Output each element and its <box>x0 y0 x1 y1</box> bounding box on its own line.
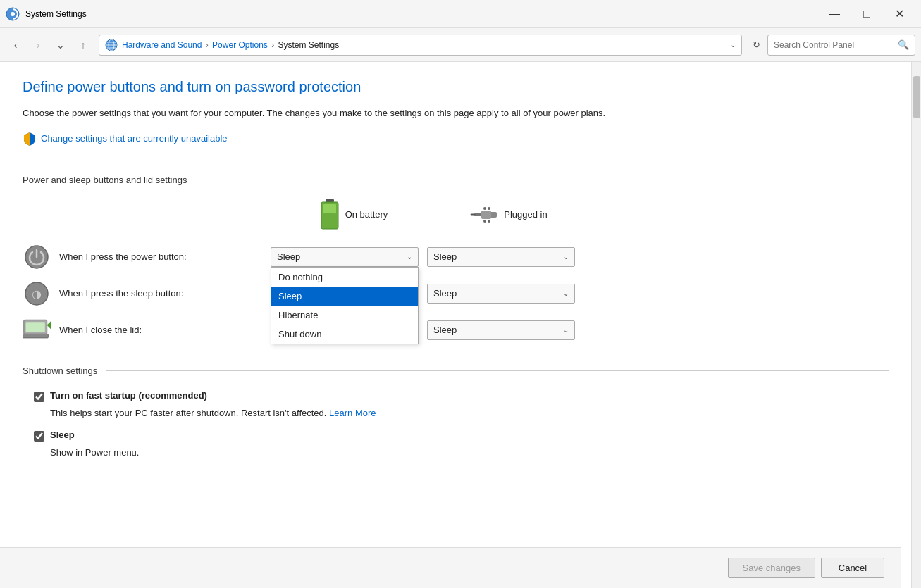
settings-rows: When I press the power button: Sleep ⌄ D… <box>23 239 889 349</box>
refresh-button[interactable]: ↻ <box>748 37 765 54</box>
svg-rect-23 <box>23 334 48 337</box>
lid-label: When I close the lid: <box>59 325 271 335</box>
title-bar: System Settings — □ ✕ <box>0 0 921 28</box>
svg-rect-12 <box>481 211 491 219</box>
fast-startup-checkbox[interactable] <box>34 392 44 402</box>
power-plugged-value: Sleep <box>433 251 563 262</box>
minimize-button[interactable]: — <box>818 3 851 25</box>
navigation-bar: ‹ › ⌄ ↑ Hardware and Sound › Power Optio… <box>0 28 921 62</box>
power-battery-value: Sleep <box>277 251 407 262</box>
address-dropdown-icon[interactable]: ⌄ <box>730 41 736 49</box>
forward-button[interactable]: › <box>28 35 48 55</box>
lid-plugged-arrow: ⌄ <box>563 326 569 334</box>
breadcrumb: Hardware and Sound › Power Options › Sys… <box>122 40 726 50</box>
svg-rect-10 <box>323 213 336 225</box>
shutdown-section-line <box>106 370 889 371</box>
change-settings-anchor[interactable]: Change settings that are currently unava… <box>41 133 228 144</box>
footer: Save changes Cancel <box>0 547 901 588</box>
svg-point-15 <box>488 207 490 210</box>
breadcrumb-sep2: › <box>271 40 276 50</box>
page-description: Choose the power settings that you want … <box>23 106 629 120</box>
save-button[interactable]: Save changes <box>728 558 815 578</box>
shutdown-title: Shutdown settings <box>23 365 97 376</box>
sleep-menu-description: Show in Power menu. <box>50 447 889 458</box>
battery-icon <box>320 199 340 230</box>
sleep-button-label: When I press the sleep button: <box>59 288 271 299</box>
close-button[interactable]: ✕ <box>883 3 915 25</box>
globe-icon <box>105 39 118 51</box>
power-sleep-title: Power and sleep buttons and lid settings <box>23 175 187 185</box>
app-icon <box>6 7 20 21</box>
window-title: System Settings <box>25 9 818 19</box>
shutdown-section-header: Shutdown settings <box>23 365 889 376</box>
shield-icon <box>23 132 37 146</box>
sleep-plugged-dropdown[interactable]: Sleep ⌄ <box>427 284 575 304</box>
option-do-nothing[interactable]: Do nothing <box>271 268 418 287</box>
page-title: Define power buttons and turn on passwor… <box>23 79 889 95</box>
sleep-button-row: ◑ When I press the sleep button: Sleep ⌄… <box>23 275 889 312</box>
sleep-menu-row: Sleep <box>34 430 889 442</box>
scrollbar-thumb[interactable] <box>913 76 920 118</box>
fast-startup-label: Turn on fast startup (recommended) <box>50 390 207 401</box>
fast-startup-row: Turn on fast startup (recommended) <box>34 390 889 402</box>
content-area: Define power buttons and turn on passwor… <box>0 62 911 588</box>
sleep-button-icon: ◑ <box>23 280 51 308</box>
power-battery-dropdown[interactable]: Sleep ⌄ <box>271 247 419 267</box>
col-battery-header: On battery <box>276 199 431 230</box>
search-icon: 🔍 <box>898 39 909 50</box>
back-button[interactable]: ‹ <box>6 35 25 55</box>
address-bar[interactable]: Hardware and Sound › Power Options › Sys… <box>99 35 742 56</box>
svg-text:◑: ◑ <box>32 288 42 300</box>
svg-point-1 <box>11 12 15 16</box>
lid-plugged-value: Sleep <box>433 325 563 335</box>
shutdown-section: Shutdown settings Turn on fast startup (… <box>23 365 889 458</box>
power-sleep-section-header: Power and sleep buttons and lid settings <box>23 175 889 185</box>
option-sleep[interactable]: Sleep <box>271 287 418 306</box>
option-shut-down[interactable]: Shut down <box>271 325 418 344</box>
sleep-menu-label: Sleep <box>50 430 75 440</box>
lid-icon <box>23 316 51 344</box>
maximize-button[interactable]: □ <box>851 3 883 25</box>
power-button-dropdowns: Sleep ⌄ Do nothing Sleep Hibernate Shut … <box>271 247 575 267</box>
column-headers: On battery Plugged in <box>23 199 889 230</box>
option-hibernate[interactable]: Hibernate <box>271 306 418 325</box>
recent-locations-button[interactable]: ⌄ <box>51 35 70 55</box>
search-bar[interactable]: 🔍 <box>767 35 915 56</box>
section-line <box>195 180 889 180</box>
section-divider <box>23 163 889 163</box>
change-settings-link[interactable]: Change settings that are currently unava… <box>23 132 889 146</box>
plug-icon <box>470 205 498 225</box>
lid-plugged-dropdown[interactable]: Sleep ⌄ <box>427 320 575 340</box>
svg-point-17 <box>488 220 490 223</box>
power-button-label: When I press the power button: <box>59 251 271 262</box>
up-button[interactable]: ↑ <box>73 35 93 55</box>
svg-rect-22 <box>26 322 45 332</box>
window-controls: — □ ✕ <box>818 3 915 25</box>
learn-more-link[interactable]: Learn More <box>329 408 376 418</box>
power-button-row: When I press the power button: Sleep ⌄ D… <box>23 239 889 275</box>
sleep-plugged-arrow: ⌄ <box>563 289 569 297</box>
power-plugged-dropdown[interactable]: Sleep ⌄ <box>427 247 575 267</box>
breadcrumb-sep1: › <box>206 40 211 50</box>
breadcrumb-current: System Settings <box>278 40 340 50</box>
power-button-icon <box>23 243 51 271</box>
power-battery-dropdown-wrapper: Sleep ⌄ Do nothing Sleep Hibernate Shut … <box>271 247 419 267</box>
fast-startup-description: This helps start your PC faster after sh… <box>50 408 889 418</box>
col-plugged-text: Plugged in <box>504 209 547 220</box>
svg-marker-24 <box>47 321 51 329</box>
cancel-button[interactable]: Cancel <box>821 558 884 578</box>
search-input[interactable] <box>774 40 895 50</box>
col-battery-text: On battery <box>345 209 388 220</box>
scrollbar[interactable] <box>911 62 921 588</box>
svg-point-14 <box>483 207 486 210</box>
power-battery-arrow: ⌄ <box>407 253 412 261</box>
lid-row: When I close the lid: Sleep ⌄ Sleep ⌄ <box>23 312 889 349</box>
svg-rect-7 <box>326 199 334 202</box>
breadcrumb-middle[interactable]: Power Options <box>212 40 268 50</box>
col-plugged-header: Plugged in <box>431 205 586 225</box>
svg-point-16 <box>483 220 486 223</box>
main-container: Define power buttons and turn on passwor… <box>0 62 921 588</box>
power-battery-dropdown-menu: Do nothing Sleep Hibernate Shut down <box>271 267 419 344</box>
sleep-menu-checkbox[interactable] <box>34 431 44 442</box>
breadcrumb-root[interactable]: Hardware and Sound <box>122 40 202 50</box>
